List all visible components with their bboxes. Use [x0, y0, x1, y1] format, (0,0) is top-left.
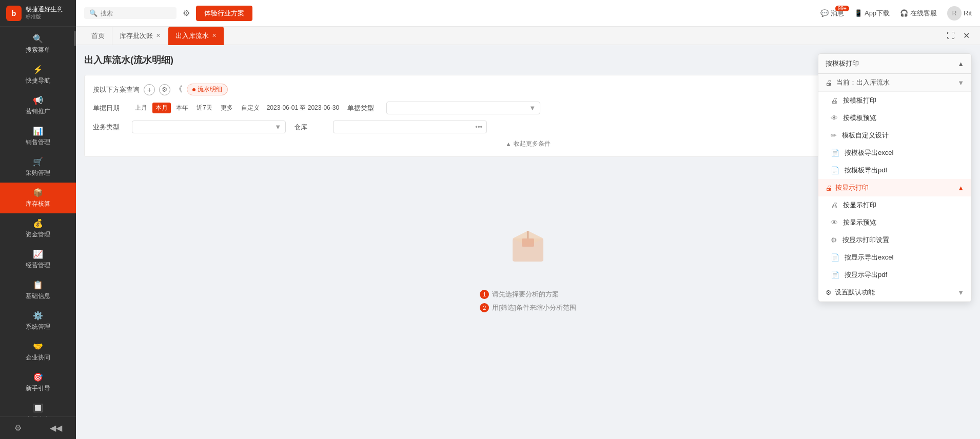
- svg-rect-2: [522, 238, 534, 247]
- more-warehouse-icon: •••: [475, 123, 482, 131]
- display-pdf-item[interactable]: 📄 按显示导出pdf: [818, 266, 971, 284]
- print-current-icon: 🖨: [826, 79, 832, 87]
- display-settings-item[interactable]: ⚙ 按显示打印设置: [818, 231, 971, 249]
- tab-close-all-btn[interactable]: ✕: [961, 29, 972, 43]
- online-service-item[interactable]: 🎧 在线客服: [900, 9, 937, 18]
- logo-text: 畅捷通好生意: [26, 6, 63, 14]
- display-excel-item[interactable]: 📄 按显示导出excel: [818, 249, 971, 266]
- main-area: 🔍 ⚙ 体验行业方案 💬 消息 99+ 📱 App下载 🎧 在线客服 R: [76, 0, 980, 439]
- sidebar-item-shortcut[interactable]: ⚡ 快捷导航: [0, 59, 76, 90]
- tab-expand-btn[interactable]: ⛶: [945, 29, 957, 43]
- display-preview-icon: 👁: [831, 218, 838, 227]
- print-default-settings-section[interactable]: ⚙ 设置默认功能 ▼: [818, 284, 971, 302]
- search-topbar-icon: 🔍: [89, 9, 97, 17]
- sidebar-item-system[interactable]: ⚙️ 系统管理: [0, 306, 76, 336]
- sidebar-item-finance[interactable]: 💰 资金管理: [0, 213, 76, 244]
- sidebar-item-marketing[interactable]: 📢 营销推广: [0, 90, 76, 121]
- collapse-sidebar-icon[interactable]: ◀◀: [50, 423, 62, 433]
- tab-batch[interactable]: 库存批次账 ✕: [112, 27, 168, 45]
- print-template-excel-item[interactable]: 📄 按模板导出excel: [818, 144, 971, 162]
- sidebar-item-label: 资金管理: [26, 230, 50, 239]
- date-btn-custom[interactable]: 自定义: [238, 103, 263, 113]
- sidebar-item-app-center[interactable]: 🔲 应用中心: [0, 398, 76, 416]
- print-dropdown-panel: 按模板打印 ▲ 🖨 当前：出入库流水 ▼ 🖨 按模板打印 👁 按模板预览: [818, 53, 972, 302]
- logo-icon: b: [6, 6, 22, 21]
- active-filter-tag[interactable]: 流水明细: [187, 84, 228, 95]
- print-template-preview-item[interactable]: 👁 按模板预览: [818, 109, 971, 127]
- print-template-pdf-item[interactable]: 📄 按模板导出pdf: [818, 162, 971, 179]
- message-icon: 💬: [820, 9, 829, 17]
- design-item-icon: ✏: [831, 131, 837, 139]
- filter-add-btn[interactable]: +: [144, 84, 155, 95]
- topbar-search-box[interactable]: 🔍: [84, 7, 177, 19]
- sidebar-item-label: 库存核算: [26, 199, 50, 208]
- date-btn-more[interactable]: 更多: [218, 103, 236, 113]
- tabs-bar: 首页 库存批次账 ✕ 出入库流水 ✕ ⛶ ✕: [76, 27, 980, 45]
- headset-icon: 🎧: [900, 9, 908, 17]
- display-settings-label: 按显示打印设置: [842, 235, 889, 245]
- filter-settings-btn[interactable]: ⚙: [159, 84, 170, 95]
- tab-batch-close[interactable]: ✕: [156, 32, 161, 39]
- search-nav-icon: 🔍: [33, 34, 43, 44]
- message-icon-item[interactable]: 💬 消息 99+: [820, 9, 844, 18]
- sidebar-item-sales[interactable]: 📊 销售管理: [0, 121, 76, 152]
- sidebar-item-inventory[interactable]: 📦 库存核算: [0, 183, 76, 213]
- print-display-section-header[interactable]: 🖨 按显示打印 ▲: [818, 179, 971, 196]
- marketing-icon: 📢: [33, 95, 43, 105]
- sidebar-item-basic[interactable]: 📋 基础信息: [0, 275, 76, 306]
- print-template-design-item[interactable]: ✏ 模板自定义设计: [818, 127, 971, 144]
- date-label: 单据日期: [93, 104, 124, 113]
- sidebar-item-label: 快捷导航: [26, 76, 50, 85]
- template-preview-label: 按模板预览: [843, 113, 876, 123]
- sidebar-item-label: 经营管理: [26, 261, 50, 270]
- print-current-label: 当前：出入库流水: [836, 78, 890, 87]
- tab-home[interactable]: 首页: [84, 27, 112, 45]
- display-section-chevron-icon: ▲: [957, 184, 964, 192]
- chevron-down-biz-icon: ▼: [275, 123, 281, 131]
- voucher-type-dropdown[interactable]: ▼: [386, 102, 540, 114]
- sidebar-item-operation[interactable]: 📈 经营管理: [0, 244, 76, 275]
- print-current-item[interactable]: 🖨 当前：出入库流水 ▼: [818, 74, 971, 92]
- print-header-chevron-icon[interactable]: ▲: [957, 60, 964, 68]
- sidebar-item-search[interactable]: 🔍 搜索菜单: [0, 29, 76, 59]
- display-print-icon: 🖨: [831, 201, 838, 209]
- excel-item-icon: 📄: [831, 149, 839, 157]
- settings-bottom-icon[interactable]: ⚙: [14, 423, 22, 433]
- empty-steps-list: 1 请先选择要分析的方案 2 用[筛选]条件来缩小分析范围: [480, 290, 576, 312]
- display-preview-item[interactable]: 👁 按显示预览: [818, 214, 971, 231]
- sidebar-item-label: 销售管理: [26, 138, 50, 147]
- warehouse-field[interactable]: •••: [333, 121, 487, 133]
- user-avatar-item[interactable]: R Rit: [947, 6, 972, 21]
- sidebar-item-label: 系统管理: [26, 323, 50, 331]
- filter-collapse-btn[interactable]: 《: [174, 84, 183, 95]
- system-icon: ⚙️: [33, 311, 43, 321]
- date-btn-current-year[interactable]: 本年: [173, 103, 191, 113]
- tab-flow-close[interactable]: ✕: [212, 32, 217, 39]
- purchase-icon: 🛒: [33, 157, 43, 167]
- template-excel-label: 按模板导出excel: [845, 148, 893, 157]
- biz-type-dropdown[interactable]: ▼: [132, 121, 286, 133]
- sidebar-item-cooperation[interactable]: 🤝 企业协同: [0, 336, 76, 367]
- shortcut-icon: ⚡: [33, 65, 43, 74]
- chevron-down-icon: ▼: [529, 104, 536, 112]
- trial-btn[interactable]: 体验行业方案: [196, 6, 252, 21]
- sidebar-item-guide[interactable]: 🎯 新手引导: [0, 367, 76, 398]
- settings-gear-icon[interactable]: ⚙: [183, 8, 190, 18]
- tab-flow[interactable]: 出入库流水 ✕: [168, 27, 224, 45]
- sidebar-item-label: 企业协同: [26, 353, 50, 362]
- message-badge: 99+: [835, 6, 849, 11]
- date-btn-last-7days[interactable]: 近7天: [193, 103, 215, 113]
- default-settings-icon: ⚙: [826, 289, 832, 296]
- display-settings-icon: ⚙: [831, 236, 837, 244]
- search-input[interactable]: [101, 10, 162, 17]
- display-pdf-icon: 📄: [831, 271, 839, 279]
- display-print-item[interactable]: 🖨 按显示打印: [818, 196, 971, 214]
- sidebar-item-purchase[interactable]: 🛒 采购管理: [0, 152, 76, 183]
- sidebar-item-label: 营销推广: [26, 107, 50, 116]
- app-download-item[interactable]: 📱 App下载: [854, 9, 890, 18]
- date-btn-last-month[interactable]: 上月: [132, 103, 150, 113]
- date-btn-current-month[interactable]: 本月: [152, 103, 171, 113]
- inventory-icon: 📦: [33, 188, 43, 197]
- print-template-print-item[interactable]: 🖨 按模板打印: [818, 92, 971, 109]
- sidebar-logo: b 畅捷通好生意 标准版: [0, 0, 76, 27]
